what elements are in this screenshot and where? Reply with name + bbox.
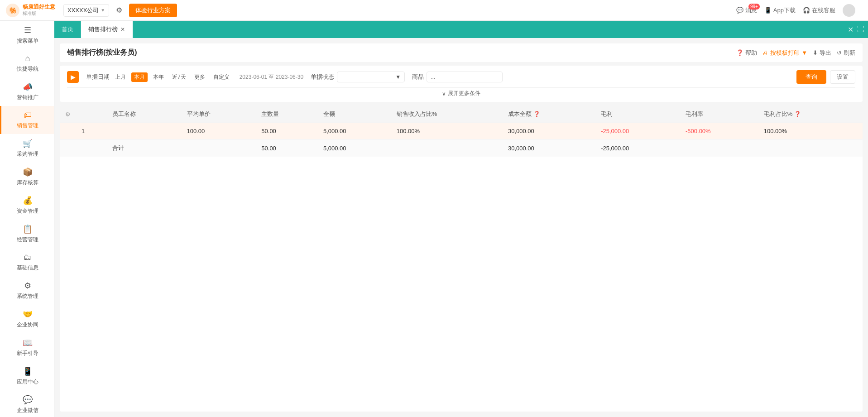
date-btn-custom[interactable]: 自定义 — [211, 72, 232, 82]
svg-text:畅: 畅 — [10, 7, 16, 14]
message-badge: 99+ — [748, 4, 760, 10]
sidebar-item-enterprise[interactable]: 🤝 企业协同 — [0, 305, 54, 333]
sidebar-item-quick-nav[interactable]: ⌂ 快捷导航 — [0, 49, 54, 77]
footer-gross-rate — [680, 139, 758, 157]
footer-avg-price — [182, 139, 256, 157]
app-download-button[interactable]: 📱 App下载 — [764, 6, 796, 14]
topbar-settings-button[interactable]: ⚙ — [113, 4, 125, 17]
print-button[interactable]: 🖨 按模板打印 ▼ — [762, 49, 807, 57]
guide-icon: 📖 — [23, 338, 33, 348]
help-button[interactable]: ❓ 帮助 — [736, 49, 757, 57]
date-range-value: 2023-06-01 至 2023-06-30 — [240, 73, 303, 81]
tab-home[interactable]: 首页 — [54, 21, 81, 38]
gross-pct-help-icon[interactable]: ❓ — [794, 111, 801, 117]
enterprise-icon: 🤝 — [23, 309, 33, 319]
sales-icon: 🏷 — [24, 110, 32, 120]
date-btn-more[interactable]: 更多 — [192, 72, 208, 82]
export-button[interactable]: ⬇ 导出 — [813, 49, 831, 57]
operations-icon: 📋 — [23, 224, 33, 234]
filter-settings-button[interactable]: 设置 — [830, 70, 855, 84]
message-button[interactable]: 💬 消息 99+ — [736, 6, 757, 14]
sidebar-item-app-center[interactable]: 📱 应用中心 — [0, 362, 54, 390]
footer-gross-pct — [758, 139, 863, 157]
date-btn-this-month[interactable]: 本月 — [131, 72, 148, 82]
inventory-icon: 📦 — [23, 167, 33, 177]
tab-sales-rank[interactable]: 销售排行榜 ✕ — [81, 21, 133, 38]
col-amount: 全额 — [318, 105, 391, 123]
sidebar-item-operations[interactable]: 📋 经营管理 — [0, 220, 54, 248]
tab-home-label: 首页 — [62, 25, 73, 34]
col-gross-rate: 毛利率 — [680, 105, 758, 123]
app-center-icon: 📱 — [23, 366, 33, 376]
filter-collapse-button[interactable]: ▶ — [67, 71, 79, 83]
row-gross: -25,000.00 — [595, 123, 680, 139]
expand-more-row[interactable]: ∨ 展开更多条件 — [67, 87, 855, 97]
sidebar-item-sales[interactable]: 🏷 销售管理 — [0, 106, 54, 134]
help-label: 帮助 — [745, 49, 757, 57]
query-button[interactable]: 查询 — [796, 70, 826, 84]
sidebar-item-purchase[interactable]: 🛒 采购管理 — [0, 134, 54, 163]
sidebar-item-wechat[interactable]: 💬 企业微信 — [0, 390, 54, 417]
logo-area: 畅 畅康通好生意 标准版 — [5, 3, 60, 18]
tab-bar: 首页 销售排行榜 ✕ ✕ ⛶ — [54, 21, 868, 38]
date-btn-7days[interactable]: 近7天 — [169, 72, 189, 82]
sidebar-item-guide[interactable]: 📖 新手引导 — [0, 333, 54, 362]
expand-more-label: 展开更多条件 — [448, 90, 480, 97]
tab-bar-right: ✕ ⛶ — [848, 25, 868, 34]
sidebar-item-label-quick-nav: 快捷导航 — [17, 65, 38, 73]
logo-name: 畅康通好生意 — [23, 4, 55, 10]
export-label: 导出 — [820, 49, 831, 57]
page-header: 销售排行榜(按业务员) ❓ 帮助 🖨 按模板打印 ▼ ⬇ 导出 — [60, 43, 863, 62]
sidebar-item-label-operations: 经营管理 — [17, 236, 38, 244]
row-cost: 30,000.00 — [503, 123, 595, 139]
wechat-icon: 💬 — [23, 395, 33, 405]
col-sales-pct: 销售收入占比% — [391, 105, 503, 123]
quick-nav-icon: ⌂ — [25, 54, 30, 63]
company-selector[interactable]: XXXXX公司 ▼ — [63, 4, 109, 17]
tab-close-icon[interactable]: ✕ — [120, 26, 125, 33]
row-gear[interactable] — [60, 123, 76, 139]
sidebar-item-search-order[interactable]: ☰ 搜索菜单 — [0, 21, 54, 49]
status-select[interactable]: ▼ — [337, 72, 405, 82]
sales-rank-table: ⚙ 员工名称 平均单价 主数量 全额 销售收入占比% 成本全额 ❓ 毛利 毛利率… — [60, 105, 863, 157]
sidebar-item-basic-info[interactable]: 🗂 基础信息 — [0, 248, 54, 276]
company-arrow-icon: ▼ — [101, 8, 105, 13]
sidebar-item-inventory[interactable]: 📦 库存核算 — [0, 163, 54, 191]
sidebar-item-label-wechat: 企业微信 — [17, 407, 38, 414]
tab-close-all-icon[interactable]: ✕ — [848, 25, 854, 34]
system-icon: ⚙ — [24, 281, 31, 291]
table-row: 1 100.00 50.00 5,000.00 100.00% 30,000.0… — [60, 123, 863, 139]
trial-button[interactable]: 体验行业方案 — [129, 4, 177, 17]
marketing-icon: 📣 — [23, 82, 33, 92]
sidebar-item-system[interactable]: ⚙ 系统管理 — [0, 276, 54, 305]
refresh-label: 刷新 — [844, 49, 855, 57]
online-service-button[interactable]: 🎧 在线客服 — [803, 6, 835, 14]
filter-status: 单据状态 ▼ — [311, 72, 405, 82]
col-avg-price: 平均单价 — [182, 105, 256, 123]
refresh-button[interactable]: ↺ 刷新 — [837, 49, 855, 57]
sidebar-item-label-purchase: 采购管理 — [17, 150, 38, 158]
sidebar-item-marketing[interactable]: 📣 营销推广 — [0, 77, 54, 106]
print-label: 按模板打印 — [770, 49, 800, 57]
date-btn-this-year[interactable]: 本年 — [150, 72, 167, 82]
col-cost: 成本全额 ❓ — [503, 105, 595, 123]
col-gross-pct: 毛利占比% ❓ — [758, 105, 863, 123]
purchase-icon: 🛒 — [23, 139, 33, 149]
status-select-arrow-icon: ▼ — [395, 74, 401, 80]
filter-bar: ▶ 单据日期 上月 本月 本年 近7天 更多 自定义 2023-06-01 至 … — [60, 66, 863, 102]
col-rank — [76, 105, 107, 123]
row-avg-price: 100.00 — [182, 123, 256, 139]
col-settings[interactable]: ⚙ — [60, 105, 76, 123]
sidebar: ☰ 搜索菜单 ⌂ 快捷导航 📣 营销推广 🏷 销售管理 🛒 采购管理 📦 库存核… — [0, 21, 54, 417]
goods-input[interactable] — [427, 72, 503, 82]
sidebar-item-finance[interactable]: 💰 资金管理 — [0, 191, 54, 220]
avatar[interactable] — [843, 4, 855, 17]
sidebar-item-label-app-center: 应用中心 — [17, 378, 38, 386]
tab-expand-icon[interactable]: ⛶ — [857, 25, 864, 34]
cost-help-icon[interactable]: ❓ — [533, 111, 540, 117]
footer-empty-rank — [76, 139, 107, 157]
status-label: 单据状态 — [311, 73, 334, 81]
date-btn-last-month[interactable]: 上月 — [112, 72, 129, 82]
table-header-row: ⚙ 员工名称 平均单价 主数量 全额 销售收入占比% 成本全额 ❓ 毛利 毛利率… — [60, 105, 863, 123]
col-qty: 主数量 — [256, 105, 318, 123]
